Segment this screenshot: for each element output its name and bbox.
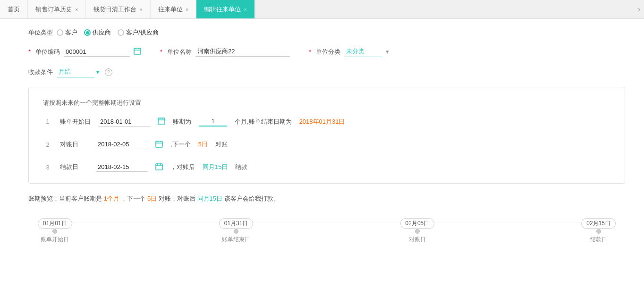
unit-type-field: 单位类型 客户 供应商 客户/供应商 — [28, 28, 159, 37]
timeline-node-1-label: 01月31日 — [219, 218, 254, 229]
radio-supplier[interactable]: 供应商 — [84, 28, 111, 37]
svg-rect-0 — [134, 48, 141, 54]
reconcile-date-calendar-icon[interactable] — [155, 140, 163, 149]
tab-cash-work-close[interactable]: × — [139, 7, 142, 12]
unit-type-row: 单位类型 客户 供应商 客户/供应商 — [28, 28, 625, 37]
timeline-node-1: 01月31日 账单结束日 — [219, 218, 254, 244]
timeline-node-1-desc: 账单结束日 — [222, 236, 250, 244]
setting-row-3: 3 结款日 ，对账后 同月15日 结款 — [43, 162, 610, 172]
tab-edit-partner-close[interactable]: × — [244, 7, 246, 12]
radio-both[interactable]: 客户/供应商 — [118, 28, 159, 37]
tab-sales-history[interactable]: 销售订单历史 × — [28, 0, 86, 18]
settings-title: 请按照未来的一个完整帐期进行设置 — [43, 99, 610, 107]
preview-text: 账期预览：当前客户账期是 1个月 ，下一个 5日 对账，对账后 同月15日 该客… — [28, 193, 625, 204]
preview-section: 账期预览：当前客户账期是 1个月 ，下一个 5日 对账，对账后 同月15日 该客… — [28, 193, 625, 258]
payment-terms-field: 收款条件 月结 ▾ ? — [28, 67, 112, 77]
payment-terms-value: 月结 — [57, 67, 94, 77]
setting-row-1: 1 账单开始日 账期为 个月,账单结束日期为 2018年01月31日 — [43, 117, 610, 127]
unit-code-required: * — [28, 48, 31, 55]
row-3-highlight1: 同月15日 — [203, 163, 228, 171]
radio-customer-label: 客户 — [65, 28, 77, 37]
unit-name-label: 单位名称 — [167, 48, 192, 56]
preview-months: 1个月 — [104, 195, 119, 202]
timeline-node-0-desc: 账单开始日 — [41, 236, 69, 244]
settings-box: 请按照未来的一个完整帐期进行设置 1 账单开始日 账期为 个月,账单结束日期为 … — [28, 87, 625, 184]
timeline-node-3: 02月15日 结款日 — [581, 218, 616, 244]
unit-code-input[interactable] — [64, 47, 130, 57]
timeline: 01月01日 账单开始日 01月31日 账单结束日 02月05日 对账日 02月… — [28, 213, 625, 248]
row-field-label-3: 结款日 — [60, 163, 88, 171]
preview-label: 账期预览：当前客户账期是 — [28, 195, 102, 202]
timeline-node-0-dot — [52, 229, 57, 234]
row-3-desc-prefix: ，对账后 — [170, 163, 195, 171]
row-1-desc-prefix: 账期为 — [173, 118, 191, 126]
unit-code-action-icon[interactable] — [134, 47, 141, 56]
preview-after: 对账，对账后 — [159, 195, 195, 202]
tab-home-label: 首页 — [8, 5, 20, 14]
unit-category-field: * 单位分类 未分类 ▾ — [309, 46, 389, 57]
tab-sales-history-label: 销售订单历史 — [35, 5, 72, 14]
timeline-node-2: 02月05日 对账日 — [400, 218, 435, 244]
timeline-node-2-dot — [415, 229, 420, 234]
row-2-desc-prefix: ,下一个 — [170, 140, 191, 149]
timeline-node-0-label: 01月01日 — [38, 218, 72, 229]
tab-bar: 首页 销售订单历史 × 钱货日清工作台 × 往来单位 × 编辑往来单位 × › — [0, 0, 644, 19]
start-date-input[interactable] — [98, 117, 150, 127]
tab-partners[interactable]: 往来单位 × — [151, 0, 196, 18]
preview-day: 5日 — [147, 195, 157, 202]
row-number-1: 1 — [43, 118, 52, 125]
tab-edit-partner-label: 编辑往来单位 — [204, 5, 241, 14]
main-content: 单位类型 客户 供应商 客户/供应商 * 单位编码 — [0, 19, 644, 287]
months-input[interactable] — [199, 117, 227, 127]
unit-category-label: 单位分类 — [316, 48, 340, 56]
tab-partners-close[interactable]: × — [186, 7, 188, 12]
unit-type-label: 单位类型 — [28, 28, 53, 37]
row-2-desc-suffix: 对账 — [215, 140, 228, 149]
timeline-node-3-label: 02月15日 — [581, 218, 616, 229]
tab-bar-end: › — [255, 0, 644, 18]
timeline-node-2-label: 02月05日 — [400, 218, 435, 229]
row-1-desc-suffix: 个月,账单结束日期为 — [235, 118, 292, 126]
tab-cash-work[interactable]: 钱货日清工作台 × — [86, 0, 150, 18]
timeline-node-2-desc: 对账日 — [409, 236, 426, 244]
timeline-node-1-dot — [234, 229, 238, 234]
setting-row-2: 2 对账日 ,下一个 5日 对账 — [43, 140, 610, 149]
svg-rect-8 — [156, 141, 162, 147]
timeline-node-0: 01月01日 账单开始日 — [38, 218, 72, 244]
start-date-calendar-icon[interactable] — [158, 117, 165, 126]
timeline-nodes: 01月01日 账单开始日 01月31日 账单结束日 02月05日 对账日 02月… — [38, 218, 616, 244]
payment-terms-dropdown-icon[interactable]: ▾ — [96, 69, 99, 76]
preview-end: 该客户会给我打款。 — [224, 195, 280, 202]
radio-customer[interactable]: 客户 — [57, 28, 77, 37]
unit-details-row: * 单位编码 * 单位名称 * 单位分类 未分类 ▾ — [28, 46, 625, 57]
settle-date-input[interactable] — [96, 162, 148, 172]
tab-edit-partner[interactable]: 编辑往来单位 × — [196, 0, 254, 18]
settle-date-calendar-icon[interactable] — [155, 163, 163, 172]
radio-both-circle — [118, 29, 124, 36]
tab-sales-history-close[interactable]: × — [75, 7, 78, 12]
svg-rect-4 — [158, 118, 165, 124]
help-icon[interactable]: ? — [105, 68, 112, 76]
radio-supplier-circle — [84, 29, 91, 36]
radio-supplier-label: 供应商 — [93, 28, 111, 37]
unit-code-field: * 单位编码 — [28, 47, 141, 57]
row-field-label-2: 对账日 — [60, 140, 88, 149]
unit-category-value: 未分类 — [344, 46, 382, 57]
tab-partners-label: 往来单位 — [158, 5, 183, 14]
preview-settle: 同月15日 — [197, 195, 222, 202]
unit-name-field: * 单位名称 — [160, 47, 290, 57]
row-number-3: 3 — [43, 164, 52, 171]
unit-type-radio-group: 客户 供应商 客户/供应商 — [57, 28, 159, 37]
timeline-node-3-dot — [596, 229, 601, 234]
tab-home[interactable]: 首页 — [0, 0, 28, 18]
row-field-label-1: 账单开始日 — [60, 118, 91, 126]
reconcile-date-input[interactable] — [96, 140, 148, 149]
tab-expand-icon[interactable]: › — [638, 5, 640, 14]
row-number-2: 2 — [43, 141, 52, 148]
row-2-highlight1: 5日 — [198, 140, 208, 149]
payment-terms-row: 收款条件 月结 ▾ ? — [28, 67, 625, 77]
unit-name-required: * — [160, 48, 162, 55]
unit-name-input[interactable] — [195, 47, 290, 57]
timeline-node-3-desc: 结款日 — [590, 236, 607, 244]
unit-category-dropdown-icon[interactable]: ▾ — [386, 48, 389, 55]
